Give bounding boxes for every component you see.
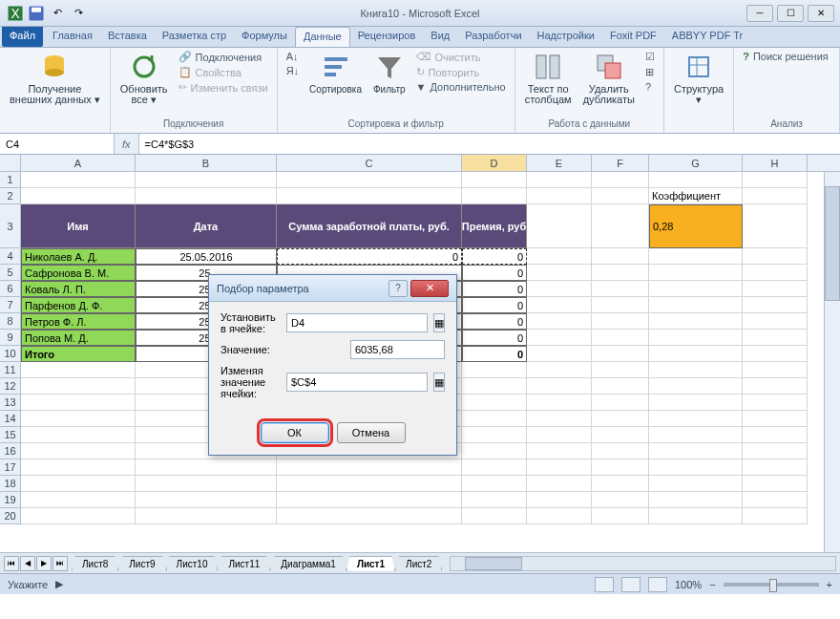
row-header[interactable]: 15 xyxy=(0,427,21,443)
cell[interactable] xyxy=(21,411,136,427)
col-header-h[interactable]: H xyxy=(743,155,808,171)
cell[interactable]: Коэффициент xyxy=(649,188,743,204)
cell[interactable] xyxy=(743,265,808,281)
cell[interactable] xyxy=(462,476,527,492)
to-value-input[interactable] xyxy=(350,340,445,359)
cell[interactable] xyxy=(592,346,649,362)
cell[interactable] xyxy=(649,313,743,330)
cell[interactable] xyxy=(649,265,743,281)
tab-addins[interactable]: Надстройки xyxy=(530,27,602,47)
get-external-data-button[interactable]: Получениевнешних данных ▾ xyxy=(6,50,104,107)
sheet-tab[interactable]: Лист10 xyxy=(166,556,219,571)
cell[interactable]: Николаев А. Д. xyxy=(21,248,136,265)
row-header[interactable]: 8 xyxy=(0,313,21,330)
horizontal-scrollbar[interactable] xyxy=(450,556,836,571)
cell[interactable] xyxy=(649,378,743,395)
cell[interactable] xyxy=(462,188,527,204)
cell[interactable] xyxy=(136,188,277,204)
cell[interactable] xyxy=(527,346,592,362)
cell[interactable] xyxy=(462,395,527,411)
undo-icon[interactable]: ↶ xyxy=(48,4,67,23)
cell[interactable] xyxy=(527,172,592,188)
cell[interactable] xyxy=(136,508,277,524)
cell[interactable] xyxy=(743,443,808,459)
name-box[interactable]: C4 xyxy=(0,134,115,154)
sort-asc-button[interactable]: A↓ xyxy=(284,50,302,63)
cell[interactable] xyxy=(527,459,592,476)
reapply-button[interactable]: ↻Повторить xyxy=(413,65,509,79)
ok-button[interactable]: ОК xyxy=(261,422,329,443)
cell[interactable] xyxy=(527,427,592,443)
cell[interactable] xyxy=(527,492,592,508)
cell[interactable] xyxy=(592,281,649,297)
cell[interactable] xyxy=(21,362,136,378)
cell[interactable] xyxy=(21,508,136,524)
cell[interactable] xyxy=(592,476,649,492)
cell[interactable] xyxy=(462,427,527,443)
tab-insert[interactable]: Вставка xyxy=(100,27,155,47)
cell[interactable]: 0 xyxy=(462,346,527,362)
col-header-f[interactable]: F xyxy=(592,155,649,171)
cell[interactable] xyxy=(743,330,808,346)
cell[interactable] xyxy=(592,265,649,281)
cell[interactable] xyxy=(743,248,808,265)
cell[interactable] xyxy=(592,508,649,524)
row-header[interactable]: 9 xyxy=(0,330,21,346)
connections-button[interactable]: 🔗Подключения xyxy=(176,50,271,64)
save-icon[interactable] xyxy=(27,4,46,23)
cell[interactable] xyxy=(21,476,136,492)
page-break-view-button[interactable] xyxy=(648,577,667,592)
cell[interactable] xyxy=(592,172,649,188)
cell[interactable] xyxy=(743,508,808,524)
cell[interactable] xyxy=(527,476,592,492)
sort-button[interactable]: Сортировка xyxy=(305,50,366,96)
tab-abbyy[interactable]: ABBYY PDF Tr xyxy=(664,27,750,47)
col-header-c[interactable]: C xyxy=(277,155,462,171)
cell[interactable] xyxy=(527,508,592,524)
cell[interactable] xyxy=(743,346,808,362)
tab-review[interactable]: Рецензиров xyxy=(350,27,424,47)
tab-view[interactable]: Вид xyxy=(423,27,457,47)
cell[interactable] xyxy=(649,281,743,297)
excel-icon[interactable]: X xyxy=(6,4,25,23)
cell[interactable] xyxy=(743,281,808,297)
cell[interactable] xyxy=(592,443,649,459)
cell[interactable] xyxy=(592,248,649,265)
cell[interactable]: 0 xyxy=(462,248,527,265)
zoom-slider[interactable] xyxy=(724,583,819,587)
cell[interactable] xyxy=(592,378,649,395)
col-header-d[interactable]: D xyxy=(462,155,527,171)
cell[interactable]: Сумма заработной платы, руб. xyxy=(277,204,462,248)
cell[interactable] xyxy=(136,492,277,508)
row-header[interactable]: 11 xyxy=(0,362,21,378)
tab-file[interactable]: Файл xyxy=(2,27,43,47)
cell[interactable] xyxy=(649,297,743,313)
row-header[interactable]: 19 xyxy=(0,492,21,508)
formula-input[interactable]: =C4*$G$3 xyxy=(138,134,840,154)
cell[interactable]: Премия, руб xyxy=(462,204,527,248)
row-header[interactable]: 7 xyxy=(0,297,21,313)
consolidate-button[interactable]: ⊞ xyxy=(642,65,658,79)
cell[interactable] xyxy=(462,508,527,524)
page-layout-view-button[interactable] xyxy=(621,577,640,592)
cell[interactable] xyxy=(743,172,808,188)
dialog-close-button[interactable]: ✕ xyxy=(410,280,449,297)
cell[interactable] xyxy=(592,459,649,476)
cell[interactable] xyxy=(649,459,743,476)
cell[interactable] xyxy=(527,248,592,265)
cell[interactable] xyxy=(592,362,649,378)
cell[interactable] xyxy=(136,476,277,492)
cell[interactable] xyxy=(21,378,136,395)
cell[interactable] xyxy=(649,492,743,508)
cell[interactable] xyxy=(527,313,592,330)
cell[interactable]: 0,28 xyxy=(649,204,743,248)
cell[interactable] xyxy=(527,395,592,411)
cell[interactable] xyxy=(21,492,136,508)
cell[interactable] xyxy=(743,476,808,492)
cell[interactable] xyxy=(649,443,743,459)
changing-cell-input[interactable] xyxy=(286,373,428,392)
maximize-button[interactable]: ☐ xyxy=(777,5,804,22)
sheet-tab[interactable]: Диаграмма1 xyxy=(270,556,346,571)
tab-formulas[interactable]: Формулы xyxy=(234,27,295,47)
clear-filter-button[interactable]: ⌫Очистить xyxy=(413,50,509,64)
